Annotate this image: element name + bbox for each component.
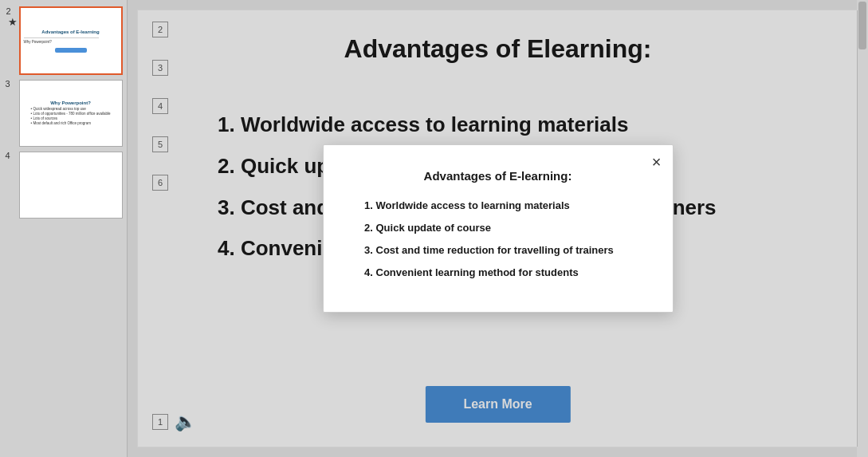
slide-number-4: 4 (6, 151, 10, 160)
slide-panel: 2 ★ Advantages of E-learning Why Powerpo… (0, 0, 128, 457)
thumb-item-3: • Lots of sources (31, 116, 111, 120)
thumb-title-1: Advantages of E-learning (24, 29, 118, 35)
thumb-item-1: • Quick widespread across top use (31, 107, 111, 111)
slide-container: 2 3 4 5 6 Advantages of Elearning: 1. Wo… (137, 10, 858, 447)
thumb-inner-3 (20, 152, 122, 218)
main-area: 2 3 4 5 6 Advantages of Elearning: 1. Wo… (128, 0, 868, 457)
thumb-inner-2: Why Powerpoint? • Quick widespread acros… (20, 81, 122, 146)
slide-thumb-2[interactable]: 3 Why Powerpoint? • Quick widespread acr… (19, 80, 123, 147)
modal-overlay: × Advantages of E-learning: Worldwide ac… (138, 10, 858, 447)
modal-list: Worldwide access to learning materials Q… (352, 199, 644, 281)
thumb-content-1: Advantages of E-learning Why Powerpoint? (21, 26, 121, 57)
thumb-item-4: • Most default and rich Office program (31, 121, 111, 125)
slide-thumb-3[interactable]: 4 (19, 152, 123, 219)
scrollbar[interactable] (857, 0, 868, 457)
modal-close-button[interactable]: × (652, 153, 662, 171)
scrollbar-thumb (858, 2, 866, 49)
thumb-content-2: Why Powerpoint? • Quick widespread acros… (28, 97, 114, 129)
thumb-inner-1: Advantages of E-learning Why Powerpoint? (21, 8, 121, 73)
thumb-title-2: Why Powerpoint? (31, 100, 111, 105)
modal-item-3: Cost and time reduction for travelling o… (376, 243, 644, 258)
modal-item-4: Convenient learning method for students (376, 266, 644, 280)
slide-number-2: 2 (6, 6, 11, 16)
slide-thumb-1[interactable]: 2 ★ Advantages of E-learning Why Powerpo… (19, 6, 123, 75)
modal-title: Advantages of E-learning: (352, 169, 644, 183)
star-badge: ★ (8, 16, 18, 28)
thumb-item-2: • Lots of opportunities - 780 million of… (31, 112, 111, 116)
modal-dialog: × Advantages of E-learning: Worldwide ac… (323, 144, 674, 313)
modal-item-2: Quick update of course (376, 221, 644, 235)
slide-number-3: 3 (6, 79, 10, 89)
modal-item-1: Worldwide access to learning materials (376, 199, 644, 213)
